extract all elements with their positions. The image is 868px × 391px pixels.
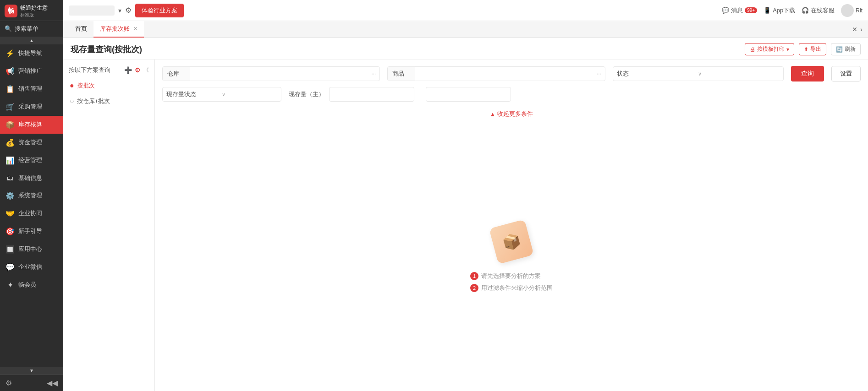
online-service-group[interactable]: 🎧 在线客服 — [802, 6, 835, 15]
stock-status-select[interactable]: 现存量状态 ∨ — [162, 87, 281, 102]
tab-panel-close[interactable]: ✕ › — [852, 26, 863, 33]
page-title: 现存量查询(按批次) — [71, 44, 142, 55]
warehouse-input[interactable] — [190, 71, 368, 77]
print-dropdown-icon[interactable]: ▾ — [786, 46, 789, 53]
wechat-icon: 💬 — [5, 263, 15, 272]
message-badge: 99+ — [745, 7, 757, 13]
scheme-by-batch[interactable]: ● 按批次 — [63, 78, 154, 93]
sidebar-item-label: 系统管理 — [18, 191, 42, 200]
marketing-icon: 📢 — [5, 67, 15, 76]
experience-button[interactable]: 体验行业方案 — [135, 4, 184, 17]
status-select[interactable]: 状态 ∨ — [613, 66, 784, 81]
dropdown-arrow[interactable]: ▾ — [118, 7, 121, 14]
inventory-icon: 📦 — [5, 120, 15, 129]
message-group[interactable]: 💬 消息 99+ — [722, 6, 757, 15]
sidebar-item-system[interactable]: ⚙️ 系统管理 — [0, 187, 63, 205]
scheme-settings-icon[interactable]: ⚙ — [135, 66, 141, 74]
system-icon: ⚙️ — [5, 191, 15, 200]
step-2-num: 2 — [470, 284, 478, 292]
scheme-batch-icon: ● — [70, 81, 74, 90]
scheme-by-warehouse-batch[interactable]: ○ 按仓库+批次 — [63, 93, 154, 109]
step-1-text: 请先选择要分析的方案 — [481, 272, 541, 280]
product-more[interactable]: ··· — [593, 71, 605, 77]
export-button[interactable]: ⬆ 导出 — [799, 43, 826, 55]
online-service-label: 在线客服 — [811, 6, 835, 15]
add-scheme-icon[interactable]: ➕ — [124, 66, 132, 74]
main-area: ▾ ⚙ 体验行业方案 💬 消息 99+ 📱 App下载 🎧 在线客服 Rit — [63, 0, 868, 391]
settings-button[interactable]: 设置 — [831, 66, 861, 81]
sidebar-item-member[interactable]: ✦ 畅会员 — [0, 276, 63, 294]
left-panel-title: 按以下方案查询 — [69, 66, 110, 74]
sidebar-collapse-icon[interactable]: ◀◀ — [47, 379, 58, 387]
step-2-text: 用过滤条件来缩小分析范围 — [481, 284, 553, 292]
left-panel-icons: ➕ ⚙ 《 — [124, 66, 149, 74]
sidebar-item-wechat[interactable]: 💬 企业微信 — [0, 258, 63, 276]
sidebar-item-label: 基础信息 — [18, 174, 42, 182]
warehouse-field[interactable]: 仓库 ··· — [162, 66, 380, 81]
sidebar-item-label: 快捷导航 — [18, 49, 42, 57]
headset-icon: 🎧 — [802, 7, 809, 14]
page-header: 现存量查询(按批次) 🖨 按模板打印 ▾ ⬆ 导出 🔄 刷新 — [63, 38, 868, 60]
collapse-label: 收起更多条件 — [497, 110, 533, 118]
sidebar-footer: ⚙ ◀◀ — [0, 375, 63, 391]
tabbar: 首页 库存批次账 ✕ ✕ › — [63, 21, 868, 38]
sidebar-item-label: 畅会员 — [18, 281, 36, 289]
collapse-panel-icon[interactable]: 《 — [143, 66, 149, 74]
topbar-right: 💬 消息 99+ 📱 App下载 🎧 在线客服 Rit — [722, 4, 863, 17]
member-icon: ✦ — [5, 281, 15, 289]
sidebar-scroll-down[interactable]: ▼ — [0, 367, 63, 375]
sidebar-item-finance[interactable]: 💰 资金管理 — [0, 134, 63, 152]
empty-icon-wrapper: 📦 — [489, 219, 534, 265]
sidebar: 畅 畅通好生意 标准版 🔍 搜索菜单 ▲ ⚡ 快捷导航 📢 营销推广 📋 销售管… — [0, 0, 63, 391]
basic-icon: 🗂 — [5, 174, 15, 182]
sidebar-item-basic[interactable]: 🗂 基础信息 — [0, 169, 63, 187]
guide-icon: 🎯 — [5, 227, 15, 236]
sales-icon: 📋 — [5, 85, 15, 93]
sidebar-item-quick-nav[interactable]: ⚡ 快捷导航 — [0, 44, 63, 62]
search-icon: 🔍 — [5, 25, 12, 32]
sidebar-item-marketing[interactable]: 📢 营销推广 — [0, 62, 63, 80]
settings-icon[interactable]: ⚙ — [5, 379, 12, 387]
app-download-group[interactable]: 📱 App下载 — [764, 6, 795, 15]
sidebar-header: 畅 畅通好生意 标准版 — [0, 0, 63, 21]
app-download-label: App下载 — [773, 6, 795, 15]
topbar-gear-icon[interactable]: ⚙ — [125, 6, 132, 15]
stock-qty-min[interactable] — [329, 87, 414, 102]
breadcrumb-input[interactable] — [69, 5, 115, 16]
empty-step-2: 2 用过滤条件来缩小分析范围 — [470, 284, 553, 292]
user-group[interactable]: Rit — [841, 4, 863, 17]
query-button[interactable]: 查询 — [791, 66, 824, 81]
product-field[interactable]: 商品 ··· — [387, 66, 605, 81]
sidebar-scroll-up[interactable]: ▲ — [0, 37, 63, 44]
range-sep: — — [417, 91, 423, 98]
phone-icon: 📱 — [764, 7, 771, 14]
stock-qty-label: 现存量（主） — [289, 90, 324, 98]
search-menu[interactable]: 🔍 搜索菜单 — [0, 21, 63, 37]
sidebar-item-guide[interactable]: 🎯 新手引导 — [0, 223, 63, 240]
sidebar-item-label: 库存核算 — [18, 120, 42, 129]
print-button[interactable]: 🖨 按模板打印 ▾ — [745, 43, 794, 55]
collapse-arrow: ▲ — [490, 111, 496, 118]
sidebar-item-label: 资金管理 — [18, 138, 42, 147]
empty-state: 📦 1 请先选择要分析的方案 2 用过滤条件来缩小分析范围 — [162, 126, 861, 385]
stock-qty-max[interactable] — [426, 87, 511, 102]
collapse-filters[interactable]: ▲ 收起更多条件 — [162, 107, 861, 121]
sidebar-item-enterprise[interactable]: 🤝 企业协同 — [0, 205, 63, 223]
left-panel: 按以下方案查询 ➕ ⚙ 《 ● 按批次 ○ 按仓库+批次 — [63, 60, 155, 391]
sidebar-item-label: 销售管理 — [18, 85, 42, 93]
sidebar-item-operations[interactable]: 📊 经营管理 — [0, 152, 63, 169]
sidebar-item-apps[interactable]: 🔲 应用中心 — [0, 240, 63, 258]
refresh-button[interactable]: 🔄 刷新 — [831, 43, 861, 55]
sidebar-item-purchase[interactable]: 🛒 采购管理 — [0, 98, 63, 116]
tab-inventory-batch[interactable]: 库存批次账 ✕ — [93, 21, 144, 38]
sidebar-item-label: 企业微信 — [18, 263, 42, 271]
tab-close-icon[interactable]: ✕ — [133, 26, 137, 32]
product-input[interactable] — [415, 71, 593, 77]
warehouse-label: 仓库 — [163, 67, 190, 81]
warehouse-more[interactable]: ··· — [368, 71, 379, 77]
tab-home[interactable]: 首页 — [69, 21, 93, 38]
sidebar-item-inventory[interactable]: 📦 库存核算 — [0, 116, 63, 134]
sidebar-item-sales[interactable]: 📋 销售管理 — [0, 80, 63, 98]
tab-inventory-batch-label: 库存批次账 — [100, 25, 130, 33]
sidebar-nav: ⚡ 快捷导航 📢 营销推广 📋 销售管理 🛒 采购管理 📦 库存核算 💰 资金管… — [0, 44, 63, 367]
